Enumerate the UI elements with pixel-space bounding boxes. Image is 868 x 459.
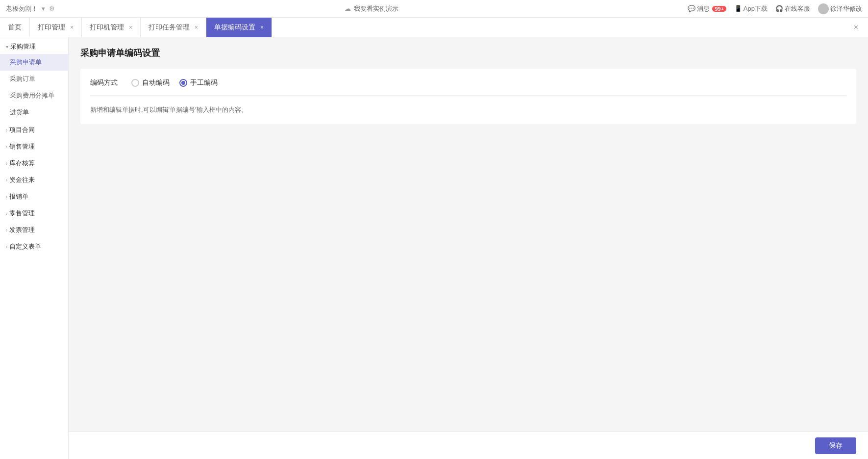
sidebar-group-invoice-mgmt[interactable]: › 发票管理	[0, 221, 68, 237]
top-bar-center: ☁ 我要看实例演示	[345, 4, 398, 13]
save-button[interactable]: 保存	[815, 437, 856, 454]
top-bar-left: 老板勿割！ ▾ ⚙	[6, 4, 55, 13]
headset-icon: 🎧	[775, 5, 783, 12]
cloud-icon: ☁	[345, 5, 351, 12]
app-download-label: App下载	[744, 4, 768, 13]
sidebar-group-invoice-mgmt-label: 发票管理	[9, 226, 35, 234]
tab-printer-mgmt[interactable]: 打印机管理 ×	[82, 18, 141, 37]
dropdown-icon[interactable]: ▾	[42, 5, 45, 12]
sidebar-item-goods-receipt-label: 进货单	[10, 108, 29, 116]
radio-auto-coding[interactable]: 自动编码	[131, 78, 170, 87]
settings-icon[interactable]: ⚙	[49, 5, 55, 12]
radio-manual-coding[interactable]: 手工编码	[179, 78, 218, 87]
messages-label: 消息	[697, 4, 710, 13]
window-close-button[interactable]: ×	[850, 21, 862, 34]
sidebar-group-retail-mgmt[interactable]: › 零售管理	[0, 204, 68, 221]
content-inner: 采购申请单编码设置 编码方式 自动编码 手工编码	[69, 37, 868, 432]
coding-mode-row: 编码方式 自动编码 手工编码	[90, 78, 846, 96]
sidebar-item-purchase-order-label: 采购订单	[10, 75, 35, 82]
message-icon: 💬	[688, 5, 695, 12]
chevron-right-icon-sales: ›	[6, 144, 7, 150]
sidebar-item-purchase-order[interactable]: 采购订单	[0, 71, 68, 87]
content-area: 采购申请单编码设置 编码方式 自动编码 手工编码	[69, 37, 868, 459]
tab-single-code-setting-close[interactable]: ×	[260, 24, 264, 31]
top-bar: 老板勿割！ ▾ ⚙ ☁ 我要看实例演示 💬 消息 99+ 📱 App下载 🎧 在…	[0, 0, 868, 18]
sidebar-group-retail-mgmt-label: 零售管理	[9, 209, 35, 218]
tab-printer-mgmt-label: 打印机管理	[90, 23, 124, 32]
demo-link[interactable]: 我要看实例演示	[354, 4, 398, 13]
tab-print-task-mgmt-close[interactable]: ×	[195, 24, 198, 31]
sidebar-group-sales-mgmt[interactable]: › 销售管理	[0, 137, 68, 154]
top-bar-right: 💬 消息 99+ 📱 App下载 🎧 在线客服 徐泽华修改	[688, 3, 862, 14]
tab-printer-mgmt-close[interactable]: ×	[129, 24, 132, 31]
hint-text: 新增和编辑单据时,可以编辑'单据编号'输入框中的内容。	[90, 105, 846, 114]
radio-manual-label: 手工编码	[190, 78, 218, 87]
online-service-button[interactable]: 🎧 在线客服	[775, 4, 810, 13]
sidebar-group-capital-label: 资金往来	[9, 176, 35, 184]
tab-print-task-mgmt[interactable]: 打印任务管理 ×	[141, 18, 206, 37]
chevron-right-icon-custom: ›	[6, 244, 7, 250]
coding-radio-group: 自动编码 手工编码	[131, 78, 218, 87]
app-download-button[interactable]: 📱 App下载	[734, 4, 768, 13]
chevron-right-icon-invoice: ›	[6, 228, 7, 233]
tab-print-mgmt-label: 打印管理	[38, 23, 65, 32]
chevron-right-icon-project: ›	[6, 128, 7, 133]
radio-auto-circle	[131, 79, 139, 87]
chevron-right-icon-capital: ›	[6, 178, 7, 183]
sidebar-item-purchase-expense[interactable]: 采购费用分摊单	[0, 87, 68, 104]
sidebar-group-inventory-label: 库存核算	[9, 159, 35, 168]
tab-single-code-setting-label: 单据编码设置	[214, 23, 255, 32]
tab-print-mgmt[interactable]: 打印管理 ×	[30, 18, 82, 37]
chevron-down-icon: ▾	[6, 44, 8, 50]
sidebar-item-purchase-request[interactable]: 采购申请单	[0, 54, 68, 71]
top-bar-logo-text: 老板勿割！	[6, 4, 38, 13]
page-title: 采购申请单编码设置	[80, 47, 856, 59]
setting-card: 编码方式 自动编码 手工编码	[80, 69, 856, 124]
tab-single-code-setting[interactable]: 单据编码设置 ×	[206, 18, 272, 37]
radio-manual-circle	[179, 79, 187, 87]
sidebar-group-capital[interactable]: › 资金往来	[0, 171, 68, 187]
sidebar-item-purchase-expense-label: 采购费用分摊单	[10, 92, 54, 99]
messages-button[interactable]: 💬 消息 99+	[688, 4, 726, 13]
tab-home-label: 首页	[8, 23, 22, 32]
content-footer: 保存	[69, 432, 868, 459]
sidebar-group-project-contract-label: 项目合同	[9, 126, 35, 134]
tab-bar-end: ×	[850, 21, 868, 34]
chevron-right-icon-inventory: ›	[6, 161, 7, 166]
online-service-label: 在线客服	[785, 4, 810, 13]
sidebar-group-project-contract[interactable]: › 项目合同	[0, 121, 68, 137]
radio-auto-label: 自动编码	[142, 78, 170, 87]
messages-badge: 99+	[712, 6, 726, 12]
user-name: 徐泽华修改	[830, 4, 862, 13]
tab-print-mgmt-close[interactable]: ×	[70, 24, 74, 31]
main-layout: ▾ 采购管理 采购申请单 采购订单 采购费用分摊单 进货单 › 项目合同 › 销…	[0, 37, 868, 459]
sidebar-group-purchase-mgmt-label: 采购管理	[10, 42, 36, 51]
phone-icon: 📱	[734, 5, 742, 12]
sidebar-group-custom-forms-label: 自定义表单	[9, 242, 41, 251]
sidebar-group-returns-label: 报销单	[9, 192, 28, 201]
sidebar-group-returns[interactable]: › 报销单	[0, 187, 68, 204]
sidebar: ▾ 采购管理 采购申请单 采购订单 采购费用分摊单 进货单 › 项目合同 › 销…	[0, 37, 69, 459]
sidebar-item-goods-receipt[interactable]: 进货单	[0, 104, 68, 121]
tab-home[interactable]: 首页	[0, 18, 30, 37]
sidebar-group-sales-mgmt-label: 销售管理	[9, 142, 35, 151]
avatar	[818, 3, 829, 14]
chevron-right-icon-retail: ›	[6, 211, 7, 216]
sidebar-item-purchase-request-label: 采购申请单	[10, 58, 42, 66]
tab-bar: 首页 打印管理 × 打印机管理 × 打印任务管理 × 单据编码设置 × ×	[0, 18, 868, 37]
user-menu-button[interactable]: 徐泽华修改	[818, 3, 862, 14]
chevron-right-icon-returns: ›	[6, 194, 7, 200]
sidebar-group-inventory[interactable]: › 库存核算	[0, 154, 68, 171]
sidebar-group-purchase-mgmt[interactable]: ▾ 采购管理	[0, 37, 68, 54]
sidebar-group-custom-forms[interactable]: › 自定义表单	[0, 237, 68, 254]
coding-mode-label: 编码方式	[90, 78, 120, 87]
tab-print-task-mgmt-label: 打印任务管理	[149, 23, 190, 32]
